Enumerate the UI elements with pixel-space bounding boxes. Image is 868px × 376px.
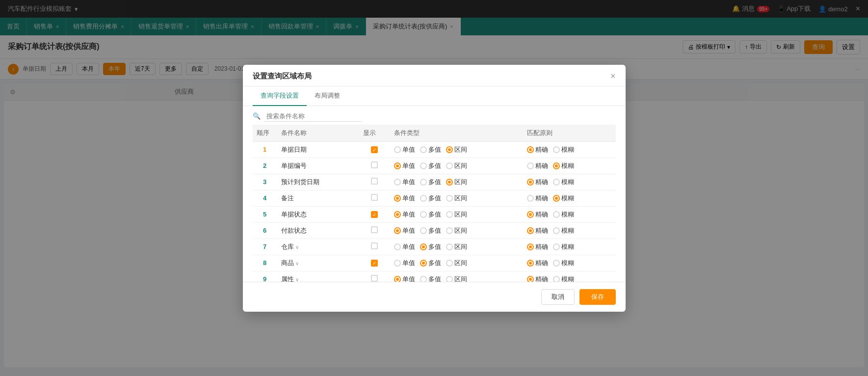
radio-type-区间-9[interactable]: 区间 <box>446 275 467 282</box>
radio-type-区间-8[interactable]: 区间 <box>446 259 467 268</box>
cancel-button[interactable]: 取消 <box>541 289 575 305</box>
radio-circle-match-模糊 <box>553 227 560 234</box>
radio-type-多值-2[interactable]: 多值 <box>420 161 441 170</box>
td-type-5: 单值多值区间 <box>390 206 524 222</box>
tab-layout-adjust[interactable]: 布局调整 <box>307 86 348 106</box>
radio-type-多值-1[interactable]: 多值 <box>420 145 441 154</box>
td-show-1[interactable]: ✓ <box>359 141 390 158</box>
th-type: 条件类型 <box>390 125 524 142</box>
radio-type-区间-6[interactable]: 区间 <box>446 226 467 235</box>
td-show-5[interactable]: ✓ <box>359 206 390 222</box>
radio-match-精确-7[interactable]: 精确 <box>527 242 548 251</box>
radio-match-精确-2[interactable]: 精确 <box>527 161 548 170</box>
radio-type-区间-5[interactable]: 区间 <box>446 210 467 219</box>
radio-match-模糊-1[interactable]: 模糊 <box>553 145 574 154</box>
radio-type-单值-9[interactable]: 单值 <box>394 275 415 282</box>
radio-match-精确-5[interactable]: 精确 <box>527 210 548 219</box>
radio-type-区间-2[interactable]: 区间 <box>446 161 467 170</box>
td-type-1: 单值多值区间 <box>390 141 524 158</box>
radio-match-精确-6[interactable]: 精确 <box>527 226 548 235</box>
checkbox-show-3[interactable] <box>371 178 378 185</box>
radio-type-单值-6[interactable]: 单值 <box>394 226 415 235</box>
radio-match-精确-4[interactable]: 精确 <box>527 194 548 203</box>
radio-type-区间-7[interactable]: 区间 <box>446 242 467 251</box>
td-show-4[interactable] <box>359 190 390 206</box>
radio-type-区间-1[interactable]: 区间 <box>446 145 467 154</box>
radio-match-模糊-8[interactable]: 模糊 <box>553 259 574 268</box>
radio-circle-type-单值 <box>394 260 401 267</box>
checkbox-show-7[interactable] <box>371 242 378 249</box>
dropdown-icon: ∨ <box>295 244 299 250</box>
radio-type-单值-7[interactable]: 单值 <box>394 242 415 251</box>
td-show-3[interactable] <box>359 174 390 190</box>
dialog-table-scroll[interactable]: 顺序 条件名称 显示 条件类型 匹配原则 1单据日期✓单值多值区间精确模糊2单据… <box>253 125 616 282</box>
radio-type-区间-4[interactable]: 区间 <box>446 194 467 203</box>
td-match-5: 精确模糊 <box>523 206 615 222</box>
radio-circle-type-多值 <box>420 260 427 267</box>
radio-type-多值-7[interactable]: 多值 <box>420 242 441 251</box>
radio-circle-match-精确 <box>527 179 534 186</box>
checkbox-show-4[interactable] <box>371 194 378 201</box>
radio-circle-type-区间 <box>446 146 453 153</box>
radio-match-模糊-2[interactable]: 模糊 <box>553 161 574 170</box>
td-type-2: 单值多值区间 <box>390 158 524 174</box>
radio-circle-type-多值 <box>420 276 427 282</box>
radio-match-模糊-6[interactable]: 模糊 <box>553 226 574 235</box>
td-show-7[interactable] <box>359 239 390 255</box>
radio-type-区间-3[interactable]: 区间 <box>446 178 467 187</box>
td-name-6: 付款状态 <box>277 222 359 239</box>
checkbox-show-2[interactable] <box>371 161 378 168</box>
dialog-title: 设置查询区域布局 <box>253 72 312 81</box>
save-button[interactable]: 保存 <box>579 289 616 305</box>
radio-circle-match-模糊 <box>553 260 560 267</box>
radio-match-精确-3[interactable]: 精确 <box>527 178 548 187</box>
radio-circle-match-精确 <box>527 195 534 202</box>
dialog-close-button[interactable]: × <box>610 72 616 81</box>
radio-type-单值-5[interactable]: 单值 <box>394 210 415 219</box>
checkbox-show-9[interactable] <box>371 275 378 282</box>
radio-type-单值-3[interactable]: 单值 <box>394 178 415 187</box>
search-input[interactable] <box>263 111 362 122</box>
radio-match-精确-9[interactable]: 精确 <box>527 275 548 282</box>
td-match-9: 精确模糊 <box>523 271 615 282</box>
radio-match-模糊-5[interactable]: 模糊 <box>553 210 574 219</box>
checkbox-show-5[interactable]: ✓ <box>371 211 378 218</box>
radio-match-精确-1[interactable]: 精确 <box>527 145 548 154</box>
radio-type-单值-4[interactable]: 单值 <box>394 194 415 203</box>
radio-match-模糊-4[interactable]: 模糊 <box>553 194 574 203</box>
radio-type-多值-5[interactable]: 多值 <box>420 210 441 219</box>
td-show-6[interactable] <box>359 222 390 239</box>
radio-circle-match-精确 <box>527 146 534 153</box>
td-show-8[interactable]: ✓ <box>359 255 390 271</box>
radio-match-模糊-3[interactable]: 模糊 <box>553 178 574 187</box>
td-match-2: 精确模糊 <box>523 158 615 174</box>
td-match-8: 精确模糊 <box>523 255 615 271</box>
dropdown-icon: ∨ <box>295 261 299 266</box>
td-type-9: 单值多值区间 <box>390 271 524 282</box>
checkbox-show-6[interactable] <box>371 226 378 233</box>
radio-match-模糊-7[interactable]: 模糊 <box>553 242 574 251</box>
checkbox-show-1[interactable]: ✓ <box>371 146 378 153</box>
td-name-2: 单据编号 <box>277 158 359 174</box>
td-name-7: 仓库 ∨ <box>277 239 359 255</box>
radio-circle-type-多值 <box>420 227 427 234</box>
td-show-2[interactable] <box>359 158 390 174</box>
radio-match-模糊-9[interactable]: 模糊 <box>553 275 574 282</box>
radio-type-多值-3[interactable]: 多值 <box>420 178 441 187</box>
th-match: 匹配原则 <box>523 125 615 142</box>
radio-circle-match-模糊 <box>553 276 560 282</box>
radio-type-多值-4[interactable]: 多值 <box>420 194 441 203</box>
radio-type-多值-9[interactable]: 多值 <box>420 275 441 282</box>
radio-circle-type-区间 <box>446 211 453 218</box>
th-name: 条件名称 <box>277 125 359 142</box>
radio-type-单值-2[interactable]: 单值 <box>394 161 415 170</box>
radio-type-单值-1[interactable]: 单值 <box>394 145 415 154</box>
radio-type-多值-6[interactable]: 多值 <box>420 226 441 235</box>
th-order: 顺序 <box>253 125 277 142</box>
checkbox-show-8[interactable]: ✓ <box>371 260 378 267</box>
radio-type-多值-8[interactable]: 多值 <box>420 259 441 268</box>
tab-query-fields[interactable]: 查询字段设置 <box>253 86 307 106</box>
td-show-9[interactable] <box>359 271 390 282</box>
radio-type-单值-8[interactable]: 单值 <box>394 259 415 268</box>
radio-match-精确-8[interactable]: 精确 <box>527 259 548 268</box>
